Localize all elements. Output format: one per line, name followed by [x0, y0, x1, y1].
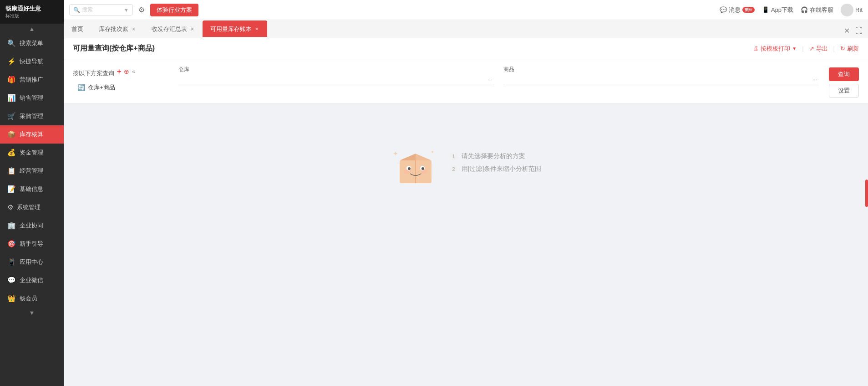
- scheme-item-warehouse-product[interactable]: 🔄 仓库+商品: [73, 81, 164, 94]
- filter-label: 按以下方案查询: [73, 66, 114, 77]
- sidebar-item-appcenter[interactable]: 📱 应用中心: [0, 253, 64, 271]
- tab-collect-close[interactable]: ×: [190, 26, 195, 32]
- tab-home[interactable]: 首页: [64, 21, 91, 37]
- dropdown-icon: ▼: [124, 7, 129, 13]
- tab-batch[interactable]: 库存批次账 ×: [91, 21, 144, 37]
- refresh-icon: ↻: [840, 45, 845, 52]
- empty-state-inner: ✦ ✦ · 1 请先选择要分析的方案 2 用[过滤]条件来缩小分析范围: [391, 140, 542, 185]
- online-service-btn[interactable]: 🎧 在线客服: [801, 6, 833, 14]
- refresh-btn[interactable]: ↻ 刷新: [840, 45, 859, 53]
- svg-marker-1: [400, 154, 416, 160]
- svg-point-8: [404, 170, 409, 174]
- sidebar-item-marketing[interactable]: 🎁 营销推广: [0, 71, 64, 89]
- enterprise-icon: 🏢: [7, 221, 16, 230]
- sidebar-item-purchase[interactable]: 🛒 采购管理: [0, 107, 64, 125]
- print-label: 按模板打印: [761, 45, 790, 53]
- product-more-btn[interactable]: ···: [811, 77, 819, 83]
- tip-2: 2 用[过滤]条件来缩小分析范围: [450, 165, 542, 173]
- sidebar-item-system[interactable]: ⚙ 系统管理: [0, 198, 64, 216]
- user-name: Rit: [855, 6, 863, 13]
- right-scroll-indicator: [865, 180, 868, 207]
- inventory-icon: 📦: [7, 130, 16, 139]
- avatar: [841, 4, 853, 16]
- export-btn[interactable]: ↗ 导出: [809, 45, 828, 53]
- tab-batch-label: 库存批次账: [99, 25, 128, 33]
- appcenter-icon: 📱: [7, 258, 16, 266]
- sidebar-item-operation[interactable]: 📋 经营管理: [0, 162, 64, 180]
- tab-available[interactable]: 可用量库存账本 ×: [203, 21, 267, 37]
- svg-text:✦: ✦: [431, 149, 434, 154]
- query-btn[interactable]: 查询: [829, 67, 859, 81]
- app-download-btn[interactable]: 📱 App下载: [762, 6, 793, 14]
- marketing-icon: 🎁: [7, 76, 16, 84]
- svg-point-9: [422, 170, 427, 174]
- sidebar: 畅康通好生意 标准版 ▲ 🔍 搜索菜单 ⚡ 快捷导航 🎁 营销推广 📊 销售管理…: [0, 0, 64, 386]
- quicknav-icon: ⚡: [7, 57, 16, 66]
- sidebar-item-label: 采购管理: [20, 112, 43, 120]
- svg-text:·: ·: [397, 162, 398, 166]
- tab-available-close[interactable]: ×: [254, 26, 259, 32]
- sidebar-item-quicknav[interactable]: ⚡ 快捷导航: [0, 52, 64, 71]
- purchase-icon: 🛒: [7, 112, 16, 120]
- tab-home-label: 首页: [71, 25, 83, 33]
- print-icon: 🖨: [753, 45, 759, 52]
- sidebar-item-member[interactable]: 👑 畅会员: [0, 289, 64, 308]
- gear-icon[interactable]: ⚙: [137, 4, 147, 16]
- industry-btn[interactable]: 体验行业方案: [150, 4, 198, 16]
- sidebar-item-search[interactable]: 🔍 搜索菜单: [0, 34, 64, 52]
- sidebar-scroll-up[interactable]: ▲: [0, 24, 64, 34]
- sidebar-item-sales[interactable]: 📊 销售管理: [0, 89, 64, 107]
- sidebar-item-label: 应用中心: [20, 258, 43, 266]
- product-input[interactable]: [503, 74, 811, 85]
- guide-icon: 🎯: [7, 240, 16, 248]
- tabs-bar: 首页 库存批次账 × 收发存汇总表 × 可用量库存账本 × ✕ ⛶: [64, 20, 868, 37]
- sidebar-item-label: 快捷导航: [20, 57, 43, 66]
- tab-available-label: 可用量库存账本: [210, 25, 252, 33]
- sidebar-item-wechat[interactable]: 💬 企业微信: [0, 271, 64, 289]
- page-header: 可用量查询(按仓库+商品) 🖨 按模板打印 ▼ | ↗ 导出 | ↻ 刷新: [64, 37, 868, 60]
- print-btn[interactable]: 🖨 按模板打印 ▼: [753, 45, 797, 53]
- system-icon: ⚙: [7, 203, 13, 211]
- filter-scheme-header: 按以下方案查询 + ⊕ «: [73, 66, 164, 77]
- svg-point-6: [408, 167, 411, 170]
- add-scheme-icon[interactable]: +: [117, 67, 121, 76]
- app-download-label: App下载: [771, 6, 793, 14]
- sidebar-item-guide[interactable]: 🎯 新手引导: [0, 235, 64, 253]
- brand-sub: 标准版: [5, 13, 58, 19]
- topbar-right: 💬 消息 99+ 📱 App下载 🎧 在线客服 Rit: [720, 4, 863, 16]
- topbar-search[interactable]: 🔍 搜索 ▼: [69, 4, 133, 15]
- tab-close-btn[interactable]: ✕: [842, 25, 852, 37]
- sidebar-item-label: 库存核算: [20, 130, 43, 139]
- sidebar-item-label: 系统管理: [17, 203, 41, 211]
- tip-num-1: 1: [450, 152, 458, 160]
- sidebar-item-basic[interactable]: 📝 基础信息: [0, 180, 64, 198]
- search-icon: 🔍: [7, 39, 16, 47]
- warehouse-input[interactable]: [178, 74, 486, 85]
- message-btn[interactable]: 💬 消息 99+: [720, 6, 755, 14]
- sidebar-item-finance[interactable]: 💰 资金管理: [0, 144, 64, 162]
- sidebar-header: 畅康通好生意 标准版: [0, 0, 64, 24]
- sidebar-item-inventory[interactable]: 📦 库存核算: [0, 125, 64, 144]
- empty-svg: ✦ ✦ ·: [391, 140, 441, 190]
- tab-batch-close[interactable]: ×: [131, 26, 136, 32]
- settings-scheme-icon[interactable]: ⊕: [124, 68, 129, 75]
- print-dropdown-icon: ▼: [792, 46, 797, 51]
- sidebar-scroll-down[interactable]: ▼: [0, 308, 64, 318]
- empty-illustration: ✦ ✦ ·: [391, 140, 436, 185]
- scheme-rotate-icon: 🔄: [77, 84, 85, 91]
- sales-icon: 📊: [7, 94, 16, 102]
- topbar: 🔍 搜索 ▼ ⚙ 体验行业方案 💬 消息 99+ 📱 App下载 🎧 在线客服 …: [64, 0, 868, 20]
- sidebar-item-label: 销售管理: [20, 94, 43, 102]
- tab-collect[interactable]: 收发存汇总表 ×: [144, 21, 203, 37]
- warehouse-label: 仓库: [178, 66, 494, 73]
- export-icon: ↗: [809, 45, 814, 52]
- warehouse-more-btn[interactable]: ···: [486, 77, 494, 83]
- tab-expand-btn[interactable]: ⛶: [853, 25, 864, 37]
- setting-btn[interactable]: 设置: [829, 84, 859, 98]
- tip-num-2: 2: [450, 165, 458, 173]
- sidebar-item-enterprise[interactable]: 🏢 企业协同: [0, 216, 64, 235]
- tab-collect-label: 收发存汇总表: [152, 25, 187, 33]
- user-avatar-area[interactable]: Rit: [841, 4, 863, 16]
- separator1: |: [802, 45, 803, 52]
- collapse-icon[interactable]: «: [132, 68, 135, 75]
